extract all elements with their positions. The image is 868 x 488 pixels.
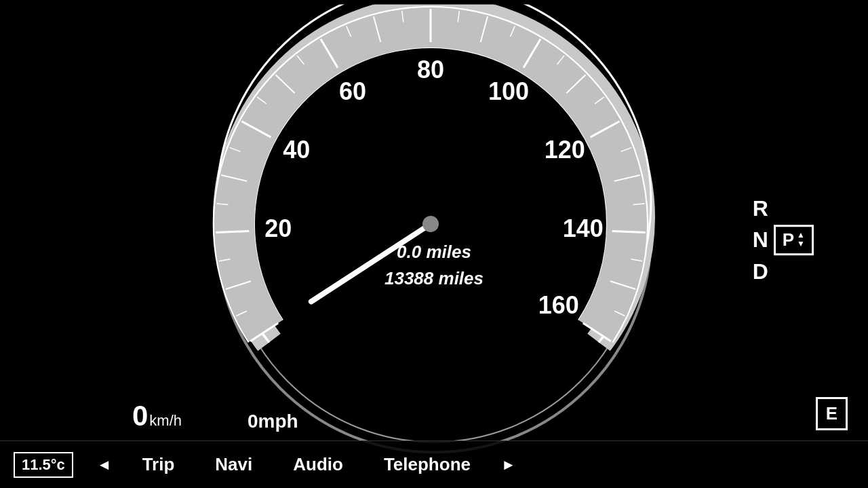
e-indicator: E [816, 397, 848, 430]
nav-item-navi[interactable]: Navi [195, 454, 273, 475]
speed-value-kmh: 0 [132, 400, 148, 432]
nav-item-audio[interactable]: Audio [273, 454, 363, 475]
speed-kmh-display: 0 km/h [132, 400, 182, 432]
nav-menu: ◄ Trip Navi Audio Telephone ► [87, 454, 854, 475]
trip-display: 0.0 miles 13388 miles [384, 239, 484, 292]
speed-mph-display: 0mph [248, 411, 298, 432]
gear-d: D [753, 261, 768, 282]
nav-prev-arrow[interactable]: ◄ [87, 456, 122, 474]
temperature-value: 11.5°c [22, 456, 65, 473]
odometer-value: 13388 miles [384, 265, 484, 292]
gear-r: R [753, 198, 768, 219]
speed-value-mph: 0mph [248, 411, 298, 432]
gear-active-label: P [783, 229, 794, 250]
nav-item-telephone[interactable]: Telephone [363, 454, 491, 475]
nav-item-trip[interactable]: Trip [122, 454, 195, 475]
unit-kmh: km/h [149, 412, 182, 430]
nav-next-arrow[interactable]: ► [491, 456, 526, 474]
gear-shift-arrows: ▲ ▼ [797, 231, 805, 248]
gear-n: N [753, 229, 768, 250]
gear-display: R N P ▲ ▼ D [753, 198, 814, 282]
temperature-display: 11.5°c [14, 452, 73, 478]
bottom-bar: 11.5°c ◄ Trip Navi Audio Telephone ► [0, 440, 868, 488]
trip-value: 0.0 miles [384, 239, 484, 265]
dashboard: 0.0 miles 13388 miles 0 km/h 0mph R N P … [0, 0, 868, 488]
gear-active-box: P ▲ ▼ [774, 225, 814, 255]
